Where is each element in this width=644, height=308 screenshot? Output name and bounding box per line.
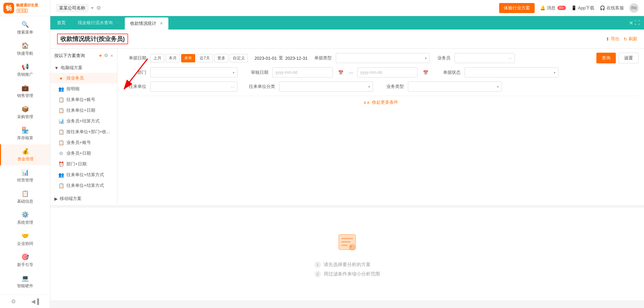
voucher-status-arrow-icon: ▾ (554, 71, 555, 74)
setting-btn[interactable]: 设置 (619, 53, 639, 63)
sidebar-collapse-btn[interactable]: ◀▐ (31, 298, 39, 305)
voucher-type-arrow-icon: ▾ (425, 56, 427, 60)
party-more-icon[interactable]: ··· (231, 84, 234, 89)
scheme-item-party-date[interactable]: 📋 往来单位+日期 (50, 105, 117, 116)
biz-type-select[interactable]: ▾ (408, 82, 502, 92)
export-icon: ⬆ (606, 37, 609, 42)
tab-expand-btn[interactable]: ⛶ (635, 20, 640, 26)
audit-date-cal-to[interactable]: 📅 (423, 70, 428, 75)
scheme-item-party-settlement1[interactable]: 👥 往来单位+结算方式 (50, 169, 117, 180)
scheme-item-by-salesperson[interactable]: ● 按业务员 (50, 73, 117, 84)
sidebar-item-purchase[interactable]: 📦 采购管理 (0, 102, 50, 123)
query-btn[interactable]: 查询 (596, 53, 616, 63)
collapse-btn[interactable]: ∧∧ 收起更多条件 (363, 99, 398, 105)
tab-collection-stats-close[interactable]: ✕ (160, 21, 163, 26)
scheme-item-party-account[interactable]: 📋 往来单位+账号 (50, 94, 117, 105)
scheme-item-detail[interactable]: 👥 按明细 (50, 84, 117, 94)
logo-icon: 畅 (3, 3, 14, 13)
refresh-btn[interactable]: ↻ 刷新 (624, 36, 637, 42)
scheme-collapse-btn[interactable]: « (110, 53, 113, 59)
dept-label: 部门 (123, 69, 146, 75)
scheme-item-party-settlement2[interactable]: 📋 往来单位+结算方式 (50, 180, 117, 191)
audit-date-cal-from[interactable]: 📅 (338, 70, 343, 75)
company-dropdown-btn[interactable]: ▾ (91, 5, 94, 10)
date-btn-this-month[interactable]: 本月 (166, 54, 180, 62)
scheme-add-btn[interactable]: + (99, 53, 102, 59)
finance-icon: 💰 (22, 148, 29, 155)
sidebar-item-guide[interactable]: 🎯 新手引导 (0, 250, 50, 271)
mobile-section-arrow: ▶ (54, 196, 58, 201)
tab-collection-stats[interactable]: 收款情况统计 ✕ (125, 17, 168, 30)
sidebar-item-inventory[interactable]: 🏪 库存核算 (0, 123, 50, 144)
sidebar-settings-btn[interactable]: ⚙ (11, 298, 16, 305)
enterprise-icon: 🤝 (21, 232, 29, 240)
quick-nav-icon: 🏠 (21, 42, 29, 49)
empty-step-1: 1 请先选择要分析的方案 (314, 261, 380, 268)
empty-state: ? 1 请先选择要分析的方案 2 用过滤条件来缩小分析范围 (50, 208, 644, 300)
voucher-status-select[interactable]: ▾ (465, 67, 558, 78)
tab-bank-flow[interactable]: 现金银行流水查询 ✕ (72, 16, 125, 30)
pc-section-title[interactable]: ▼ 电脑端方案 (50, 63, 117, 73)
scheme-pd-icon: 📋 (58, 108, 64, 113)
scheme-item-salesperson-date[interactable]: ⚙ 业务员+日期 (50, 148, 117, 159)
sidebar-item-business[interactable]: 📊 经营管理 (0, 165, 50, 187)
scheme-ps1-icon: 👥 (58, 172, 64, 177)
scheme-panel: 按以下方案查询 + ⚙ « ▼ 电脑端方案 ● 按业务员 (50, 49, 117, 205)
sidebar-item-marketing[interactable]: 📢 营销推广 (0, 60, 50, 81)
sidebar-item-finance[interactable]: 💰 资金管理 (0, 144, 50, 165)
header-left: 某某公司名称 ▾ ⚙ (56, 4, 101, 12)
dept-select[interactable]: ▾ (150, 67, 237, 78)
empty-steps-list: 1 请先选择要分析的方案 2 用过滤条件来缩小分析范围 (314, 261, 380, 280)
date-btn-this-year[interactable]: 本年 (181, 54, 195, 62)
scheme-item-salesperson-settlement[interactable]: 📊 业务员+结算方式 (50, 116, 117, 126)
audit-date-label: 审核日期 (248, 69, 268, 75)
party-category-select[interactable]: ▾ (279, 82, 373, 92)
date-btn-last-month[interactable]: 上月 (150, 54, 164, 62)
logo-text: 畅捷通好生意 标准版 (16, 3, 38, 13)
system-icon: ⚙️ (21, 211, 29, 218)
scheme-settings-btn[interactable]: ⚙ (104, 53, 108, 59)
sidebar-item-hardware[interactable]: 💻 智能硬件 (0, 271, 50, 292)
sidebar-item-sales[interactable]: 💼 销售管理 (0, 81, 50, 102)
tab-close-all-btn[interactable]: ✕ (629, 20, 633, 26)
salesperson-more-icon[interactable]: ··· (508, 56, 512, 61)
voucher-type-label: 单据类型 (312, 55, 332, 61)
sidebar-item-system[interactable]: ⚙️ 系统管理 (0, 208, 50, 229)
sidebar-item-enterprise[interactable]: 🤝 企业协同 (0, 229, 50, 250)
marketing-icon: 📢 (21, 63, 29, 70)
tab-home[interactable]: 首页 (50, 16, 72, 30)
scheme-detail-icon: 👥 (58, 86, 64, 92)
sidebar-item-wechat[interactable]: 💬 企业微信 (0, 292, 50, 295)
refresh-icon: ↻ (624, 37, 627, 42)
voucher-type-select[interactable]: ▾ (336, 53, 430, 63)
date-btn-more[interactable]: 更多 (214, 54, 228, 62)
scheme-item-salesperson-account[interactable]: 📋 业务员+账号 (50, 137, 117, 148)
logo-area: 畅 畅捷通好生意 标准版 (0, 0, 50, 16)
party-select[interactable]: ··· (150, 82, 237, 92)
mobile-section-title[interactable]: ▶ 移动端方案 (50, 194, 117, 204)
sidebar-item-quick-nav[interactable]: 🏠 快捷导航 (0, 39, 50, 60)
tab-bank-flow-close[interactable]: ✕ (116, 20, 119, 25)
user-avatar[interactable]: Rit (629, 3, 639, 13)
date-btn-custom[interactable]: 自定义 (230, 54, 248, 62)
svg-text:?: ? (349, 245, 352, 250)
trial-btn[interactable]: 体验行业方案 (499, 3, 535, 13)
app-download-tool[interactable]: 📱 App下载 (571, 5, 594, 11)
audit-date-to[interactable]: yyyy-mm-dd (357, 67, 418, 78)
notification-tool[interactable]: 🔔 消息 99+ (540, 5, 566, 11)
scheme-header-actions: + ⚙ « (99, 53, 113, 59)
scheme-header: 按以下方案查询 + ⚙ « (50, 49, 117, 61)
sidebar-item-search-menu[interactable]: 🔍 搜索菜单 (0, 17, 50, 39)
date-btn-7days[interactable]: 近7天 (197, 54, 213, 62)
page-title: 收款情况统计(按业务员) (57, 34, 128, 44)
settings-icon[interactable]: ⚙ (96, 5, 101, 11)
scheme-item-party-dept-collect[interactable]: 📋 按往来单位+部门+收... (50, 126, 117, 137)
scheme-item-dept-date[interactable]: ⏰ 部门+日期 (50, 159, 117, 169)
export-btn[interactable]: ⬆ 导出 (606, 36, 620, 42)
online-service-tool[interactable]: 🎧 在线客服 (600, 5, 624, 11)
sidebar-item-basic-info[interactable]: 📋 基础信息 (0, 187, 50, 208)
party-category-arrow-icon: ▾ (368, 85, 370, 89)
audit-date-from[interactable]: yyyy-mm-dd (272, 67, 333, 78)
empty-illustration: ? (334, 228, 361, 255)
salesperson-select[interactable]: ··· (454, 53, 515, 63)
